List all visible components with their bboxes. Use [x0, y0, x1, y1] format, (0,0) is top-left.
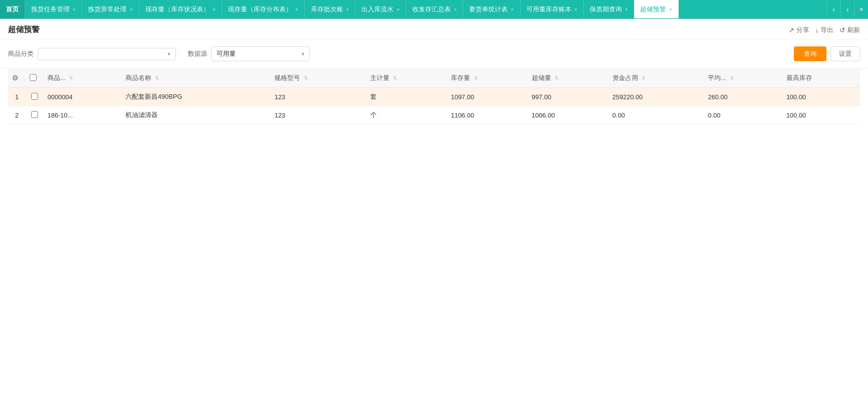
nav-item-batch[interactable]: 库存批次账 ×	[305, 0, 355, 18]
cell-max-stock: 100.00	[782, 88, 860, 106]
product-category-select[interactable]: ▾	[38, 48, 176, 60]
page-header: 超储预警 ↗ 分享 ↓ 导出 ↺ 刷新	[0, 19, 868, 40]
row-checkbox[interactable]	[31, 111, 38, 118]
nav-item-inout-flow[interactable]: 出入库流水 ×	[355, 0, 406, 18]
cell-unit: 套	[366, 88, 447, 106]
cell-inventory: 1106.00	[447, 106, 527, 124]
cell-capital-usage: 259220.00	[608, 88, 704, 106]
col-unit[interactable]: 主计量 ⇅	[366, 69, 447, 88]
sort-icon: ⇅	[730, 76, 734, 80]
gear-icon[interactable]: ⚙	[12, 74, 18, 82]
nav-item-overstock[interactable]: 超储预警 ×	[634, 0, 678, 18]
settings-button[interactable]: 设置	[830, 46, 860, 61]
table-header-row: ⚙ 商品... ⇅ 商品名称 ⇅ 规格型号 ⇅	[8, 69, 860, 88]
close-icon[interactable]: ×	[130, 6, 132, 12]
cell-product-name: 机油滤清器	[122, 106, 270, 124]
nav-item-task-mgmt[interactable]: 拣货任务管理 ×	[25, 0, 82, 18]
sort-icon: ⇅	[555, 76, 559, 80]
col-average[interactable]: 平均... ⇅	[704, 69, 782, 88]
filter-area: 商品分类 ▾ 数据源 可用量 ▾ 查询 设置	[0, 40, 868, 69]
sort-icon: ⇅	[155, 76, 159, 80]
page-title: 超储预警	[8, 25, 40, 35]
table-row: 1 0000004 六配套新昌490BPG 123 套 1097.00 997.…	[8, 88, 860, 106]
data-source-filter: 数据源 可用量 ▾	[188, 46, 310, 61]
col-spec[interactable]: 规格型号 ⇅	[270, 69, 366, 88]
chevron-down-icon: ▾	[168, 51, 171, 57]
export-icon: ↓	[815, 26, 819, 34]
top-navigation: 首页 拣货任务管理 × 拣货异常处理 × 现存量（库存状况表） × 现存量（库存…	[0, 0, 868, 19]
sort-icon: ⇅	[393, 76, 397, 80]
close-icon[interactable]: ×	[625, 6, 628, 12]
main-content: 超储预警 ↗ 分享 ↓ 导出 ↺ 刷新 商品分类 ▾ 数据源	[0, 19, 868, 395]
cell-spec: 123	[270, 106, 366, 124]
nav-item-order-stats[interactable]: 要货单统计表 ×	[463, 0, 520, 18]
close-icon[interactable]: ×	[73, 6, 76, 12]
cell-spec: 123	[270, 88, 366, 106]
chevron-down-icon: ▾	[302, 51, 304, 57]
nav-arrow-right[interactable]: ›	[840, 0, 854, 19]
close-icon[interactable]: ×	[213, 6, 216, 12]
cell-average: 0.00	[704, 106, 782, 124]
sort-icon: ⇅	[69, 76, 73, 80]
row-number: 1	[8, 88, 26, 106]
col-product-code[interactable]: 商品... ⇅	[43, 69, 122, 88]
col-capital-usage[interactable]: 资金占用 ⇅	[608, 69, 704, 88]
nav-item-summary[interactable]: 收发存汇总表 ×	[406, 0, 463, 18]
data-source-label: 数据源	[188, 49, 207, 58]
refresh-button[interactable]: ↺ 刷新	[839, 26, 860, 35]
table-container: ⚙ 商品... ⇅ 商品名称 ⇅ 规格型号 ⇅	[0, 69, 868, 124]
row-checkbox[interactable]	[31, 93, 38, 100]
cell-product-code: 0000004	[43, 88, 122, 106]
table-row: 2 186-10... 机油滤清器 123 个 1106.00 1006.00 …	[8, 106, 860, 124]
data-table: ⚙ 商品... ⇅ 商品名称 ⇅ 规格型号 ⇅	[8, 69, 860, 124]
col-inventory[interactable]: 库存量 ⇅	[447, 69, 527, 88]
close-icon[interactable]: ×	[511, 6, 514, 12]
cell-inventory: 1097.00	[447, 88, 527, 106]
row-checkbox-cell	[26, 106, 43, 124]
cell-unit: 个	[366, 106, 447, 124]
row-checkbox-cell	[26, 88, 43, 106]
share-button[interactable]: ↗ 分享	[788, 26, 809, 35]
data-source-select[interactable]: 可用量 ▾	[211, 46, 310, 61]
nav-arrow-left[interactable]: ‹	[826, 0, 840, 19]
nav-item-available[interactable]: 可用量库存账本 ×	[521, 0, 584, 18]
nav-arrows: ‹ › ×	[826, 0, 868, 19]
nav-arrow-close[interactable]: ×	[854, 0, 868, 19]
nav-item-abnormal[interactable]: 拣货异常处理 ×	[82, 0, 139, 18]
nav-item-quality-check[interactable]: 保质期查询 ×	[584, 0, 634, 18]
cell-product-code: 186-10...	[43, 106, 122, 124]
cell-overstock: 1006.00	[528, 106, 608, 124]
share-icon: ↗	[788, 26, 794, 34]
nav-item-inventory-status[interactable]: 现存量（库存状况表） ×	[139, 0, 222, 18]
query-button[interactable]: 查询	[794, 46, 826, 61]
product-category-filter: 商品分类 ▾	[8, 48, 176, 60]
close-icon[interactable]: ×	[669, 6, 672, 12]
cell-product-name: 六配套新昌490BPG	[122, 88, 270, 106]
col-settings: ⚙	[8, 69, 26, 88]
close-icon[interactable]: ×	[346, 6, 349, 12]
refresh-icon: ↺	[839, 26, 845, 34]
nav-item-home[interactable]: 首页	[0, 0, 25, 18]
close-icon[interactable]: ×	[574, 6, 577, 12]
header-actions: ↗ 分享 ↓ 导出 ↺ 刷新	[788, 26, 860, 35]
col-overstock[interactable]: 超储量 ⇅	[528, 69, 608, 88]
col-checkbox	[26, 69, 43, 88]
close-icon[interactable]: ×	[396, 6, 399, 12]
cell-overstock: 997.00	[528, 88, 608, 106]
sort-icon: ⇅	[474, 76, 478, 80]
nav-item-inventory-dist[interactable]: 现存量（库存分布表） ×	[222, 0, 304, 18]
data-source-value: 可用量	[217, 49, 236, 58]
cell-average: 260.00	[704, 88, 782, 106]
close-icon[interactable]: ×	[454, 6, 457, 12]
export-button[interactable]: ↓ 导出	[815, 26, 833, 35]
filter-actions: 查询 设置	[794, 46, 860, 61]
cell-max-stock: 100.00	[782, 106, 860, 124]
product-category-label: 商品分类	[8, 49, 34, 58]
cell-capital-usage: 0.00	[608, 106, 704, 124]
row-number: 2	[8, 106, 26, 124]
close-icon[interactable]: ×	[295, 6, 298, 12]
select-all-checkbox[interactable]	[30, 74, 37, 81]
table-body: 1 0000004 六配套新昌490BPG 123 套 1097.00 997.…	[8, 88, 860, 124]
col-product-name[interactable]: 商品名称 ⇅	[122, 69, 270, 88]
col-max-stock[interactable]: 最高库存	[782, 69, 860, 88]
